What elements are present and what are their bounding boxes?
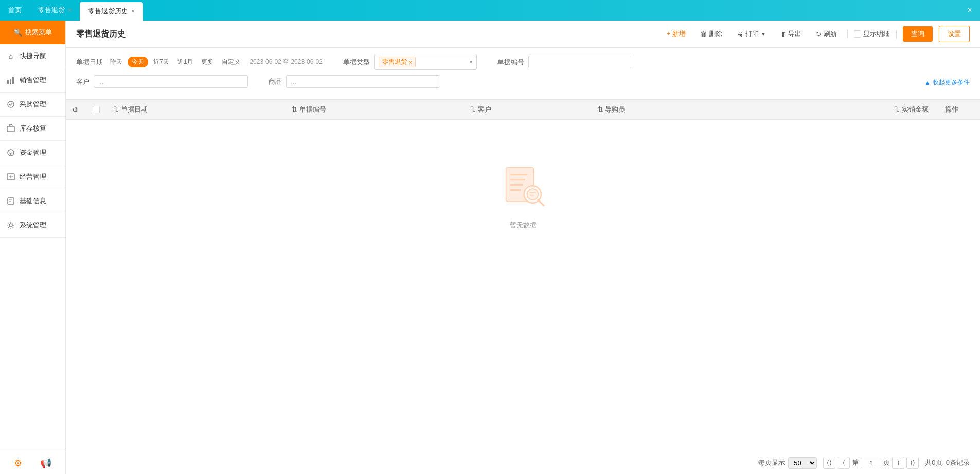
date-btn-more[interactable]: 更多 xyxy=(198,57,217,67)
sidebar-item-quick-nav[interactable]: ⌂ 快捷导航 xyxy=(0,44,65,68)
refresh-button[interactable]: ↻ 刷新 xyxy=(812,27,841,41)
delete-button[interactable]: 🗑 删除 xyxy=(696,27,726,41)
data-table: ⚙ ⇅ 单据日期 ⇅ 单据编号 xyxy=(66,100,980,271)
last-page-button[interactable]: ⟩⟩ xyxy=(906,457,919,469)
inventory-icon xyxy=(6,124,15,133)
goods-filter: 商品 ... xyxy=(269,75,440,88)
th-guide[interactable]: ⇅ 导购员 xyxy=(592,100,744,120)
tab-retail-return-history-close[interactable]: × xyxy=(131,8,135,15)
filter-area: 单据日期 昨天 今天 近7天 近1月 更多 自定义 2023-06-02 至 2… xyxy=(66,48,980,100)
svg-rect-4 xyxy=(7,126,14,132)
sidebar-item-operations[interactable]: 经营管理 xyxy=(0,165,65,189)
toolbar-divider xyxy=(847,30,848,38)
next-page-button[interactable]: ⟩ xyxy=(892,457,904,469)
goods-label: 商品 xyxy=(269,77,282,86)
tab-home[interactable]: 首页 xyxy=(0,0,30,21)
collapse-icon: ▲ xyxy=(924,79,931,86)
date-btn-1month[interactable]: 近1月 xyxy=(174,57,197,67)
sidebar-item-finance[interactable]: ¥ 资金管理 xyxy=(0,141,65,165)
sidebar-item-inventory[interactable]: 库存核算 xyxy=(0,117,65,141)
export-button[interactable]: ⬆ 导出 xyxy=(776,27,806,41)
svg-rect-2 xyxy=(12,77,14,84)
sidebar-search[interactable]: 🔍 搜索菜单 xyxy=(0,21,65,44)
doc-type-tag-close[interactable]: × xyxy=(409,59,412,65)
th-amount[interactable]: ⇅ 实销金额 xyxy=(744,100,939,120)
basic-icon xyxy=(6,196,15,206)
sidebar-item-sales[interactable]: 销售管理 xyxy=(0,68,65,93)
page-title: 零售退货历史 xyxy=(76,29,126,40)
content-area: 零售退货历史 + 新增 🗑 删除 🖨 打印 ▼ ⬆ 导出 ↻ xyxy=(66,21,980,474)
sidebar-item-purchase[interactable]: 采购管理 xyxy=(0,93,65,117)
table-header-row: ⚙ ⇅ 单据日期 ⇅ 单据编号 xyxy=(66,100,980,120)
pagination-bar: 每页显示 10 20 50 100 ⟨⟨ ⟨ 第 页 ⟩ ⟩⟩ 共0页, 0条记… xyxy=(66,451,980,474)
print-button[interactable]: 🖨 打印 ▼ xyxy=(733,27,770,41)
th-settings[interactable]: ⚙ xyxy=(66,100,86,120)
filter-row-1: 单据日期 昨天 今天 近7天 近1月 更多 自定义 2023-06-02 至 2… xyxy=(76,54,970,70)
date-btn-yesterday[interactable]: 昨天 xyxy=(107,57,126,67)
page-nav: ⟨⟨ ⟨ 第 页 ⟩ ⟩⟩ xyxy=(823,457,919,469)
doc-type-label: 单据类型 xyxy=(343,58,370,67)
window-close-button[interactable]: × xyxy=(959,0,980,21)
doc-type-tag: 零售退货 × xyxy=(379,57,416,67)
date-label: 单据日期 xyxy=(76,58,103,67)
page-size-dropdown[interactable]: 10 20 50 100 xyxy=(788,457,817,469)
th-actions: 操作 xyxy=(939,100,980,120)
home-icon: ⌂ xyxy=(6,51,15,61)
th-date[interactable]: ⇅ 单据日期 xyxy=(107,100,286,120)
speaker-icon[interactable]: 📢 xyxy=(40,458,51,469)
query-button[interactable]: 查询 xyxy=(903,26,933,42)
finance-icon: ¥ xyxy=(6,148,15,157)
customer-filter: 客户 ... xyxy=(76,75,248,88)
toolbar-divider2 xyxy=(896,30,897,38)
sales-icon xyxy=(6,76,15,85)
date-shortcuts: 昨天 今天 近7天 近1月 更多 自定义 xyxy=(107,57,243,67)
tab-list: 首页 零售退货 × 零售退货历史 × xyxy=(0,0,959,21)
toolbar-actions: + 新增 🗑 删除 🖨 打印 ▼ ⬆ 导出 ↻ 刷新 xyxy=(663,26,970,42)
select-all-checkbox[interactable] xyxy=(93,106,100,113)
doc-type-filter: 单据类型 零售退货 × ▾ xyxy=(343,54,477,70)
doc-type-arrow-icon: ▾ xyxy=(470,59,472,65)
date-btn-custom[interactable]: 自定义 xyxy=(219,57,243,67)
settings-button[interactable]: 设置 xyxy=(939,26,970,42)
sidebar-item-system[interactable]: 系统管理 xyxy=(0,213,65,238)
display-detail-checkbox[interactable] xyxy=(854,30,861,38)
th-customer[interactable]: ⇅ 客户 xyxy=(464,100,592,120)
empty-state: 暂无数据 xyxy=(66,120,980,271)
search-icon: 🔍 xyxy=(14,29,22,37)
operations-icon xyxy=(6,172,15,181)
display-detail-toggle[interactable]: 显示明细 xyxy=(854,29,890,39)
filter-row-2: 客户 ... 商品 ... ▲ 收起更多条件 xyxy=(76,75,970,88)
collapse-button[interactable]: ▲ 收起更多条件 xyxy=(924,78,970,87)
sidebar-item-basic[interactable]: 基础信息 xyxy=(0,189,65,213)
date-btn-today[interactable]: 今天 xyxy=(128,57,148,67)
doc-type-select[interactable]: 零售退货 × ▾ xyxy=(374,54,477,70)
svg-rect-13 xyxy=(510,184,523,186)
date-btn-7days[interactable]: 近7天 xyxy=(150,57,172,67)
svg-rect-11 xyxy=(510,174,527,175)
prev-page-button[interactable]: ⟨ xyxy=(838,457,850,469)
print-dropdown-icon: ▼ xyxy=(761,31,766,37)
doc-no-label: 单据编号 xyxy=(497,58,524,67)
table-settings-icon[interactable]: ⚙ xyxy=(72,106,78,114)
total-info: 共0页, 0条记录 xyxy=(925,458,970,467)
page-number-input[interactable] xyxy=(861,458,881,468)
doc-no-input[interactable] xyxy=(528,56,631,68)
delete-icon: 🗑 xyxy=(700,30,707,38)
first-page-button[interactable]: ⟨⟨ xyxy=(823,457,835,469)
tab-retail-return-history[interactable]: 零售退货历史 × xyxy=(80,2,143,21)
date-filter: 单据日期 昨天 今天 近7天 近1月 更多 自定义 2023-06-02 至 2… xyxy=(76,57,323,67)
settings-gear-icon[interactable]: ⚙ xyxy=(14,458,22,469)
sidebar-bottom: ⚙ 📢 xyxy=(0,452,65,474)
add-button[interactable]: + 新增 xyxy=(663,27,690,41)
tab-retail-return-close[interactable]: × xyxy=(68,7,72,14)
table-container: ⚙ ⇅ 单据日期 ⇅ 单据编号 xyxy=(66,100,980,451)
tab-retail-return[interactable]: 零售退货 × xyxy=(30,0,80,21)
sidebar-menu: ⌂ 快捷导航 销售管理 采购管理 库存核算 xyxy=(0,44,65,452)
svg-rect-1 xyxy=(10,79,11,84)
customer-select[interactable]: ... xyxy=(94,75,248,88)
sidebar: 🔍 搜索菜单 ⌂ 快捷导航 销售管理 采购管理 xyxy=(0,21,66,474)
th-no[interactable]: ⇅ 单据编号 xyxy=(286,100,464,120)
th-checkbox[interactable] xyxy=(86,100,107,120)
goods-select[interactable]: ... xyxy=(286,75,440,88)
refresh-icon: ↻ xyxy=(816,30,822,38)
